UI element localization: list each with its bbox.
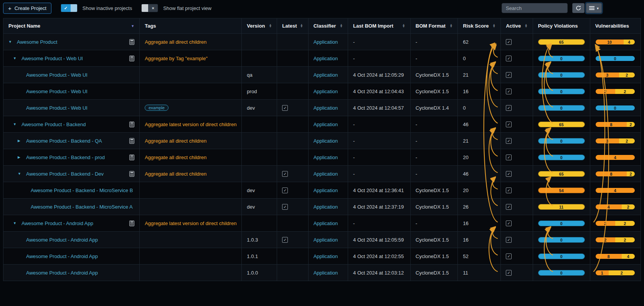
vulnerabilities-badge[interactable]: 104 <box>595 39 635 45</box>
sort-toggle-icon[interactable]: ▲▼ <box>269 24 272 28</box>
active-checkbox[interactable]: ✓ <box>506 105 512 111</box>
classifier-link[interactable]: Application <box>314 220 338 226</box>
sort-toggle-icon[interactable]: ▲▼ <box>449 24 452 28</box>
column-header-project-name[interactable]: Project Name▼ <box>3 18 140 34</box>
tag-badge[interactable]: example <box>145 105 168 111</box>
tree-caret-icon[interactable]: ▶ <box>18 139 23 143</box>
classifier-link[interactable]: Application <box>314 237 338 243</box>
active-checkbox[interactable]: ✓ <box>506 237 512 243</box>
active-checkbox[interactable]: ✓ <box>506 188 512 193</box>
refresh-button[interactable] <box>572 3 585 13</box>
policy-violations-badge[interactable]: 0 <box>538 155 585 160</box>
show-flat-toggle[interactable]: × <box>141 4 158 12</box>
vulnerabilities-badge[interactable]: 22 <box>595 220 635 226</box>
tree-caret-icon[interactable]: ▼ <box>13 56 18 60</box>
active-checkbox[interactable]: ✓ <box>506 204 512 210</box>
policy-violations-badge[interactable]: 0 <box>538 89 585 94</box>
classifier-link[interactable]: Application <box>314 138 338 144</box>
policy-violations-badge[interactable]: 0 <box>538 253 585 259</box>
vulnerabilities-badge[interactable]: 4 <box>595 188 635 193</box>
project-name-link[interactable]: Awesome Product - Android App <box>21 220 93 226</box>
column-header-last-bom-import[interactable]: Last BOM Import▲▼ <box>348 18 411 34</box>
column-header-active[interactable]: Active▲▼ <box>501 18 533 34</box>
classifier-link[interactable]: Application <box>314 171 338 177</box>
vulnerabilities-badge[interactable]: 84 <box>595 253 635 259</box>
active-checkbox[interactable]: ✓ <box>506 56 512 61</box>
vulnerabilities-badge[interactable]: 32 <box>595 72 635 78</box>
project-name-link[interactable]: Awesome Product - Web UI <box>26 89 88 94</box>
active-checkbox[interactable]: ✓ <box>506 171 512 177</box>
project-name-link[interactable]: Awesome Product - Android App <box>26 270 98 276</box>
active-checkbox[interactable]: ✓ <box>506 39 512 45</box>
vulnerabilities-badge[interactable]: 32 <box>595 138 635 144</box>
column-header-risk-score[interactable]: Risk Score▲▼ <box>458 18 501 34</box>
policy-violations-badge[interactable]: 65 <box>538 122 585 127</box>
column-header-latest[interactable]: Latest▲▼ <box>277 18 308 34</box>
project-name-link[interactable]: Awesome Product - Backend <box>21 122 86 127</box>
project-name-link[interactable]: Awesome Product - Android App <box>26 237 98 243</box>
classifier-link[interactable]: Application <box>314 56 338 61</box>
column-header-bom-format[interactable]: BOM Format▲▼ <box>410 18 458 34</box>
sort-toggle-icon[interactable]: ▲▼ <box>525 24 528 28</box>
vulnerabilities-badge[interactable]: 0 <box>595 105 635 111</box>
policy-violations-badge[interactable]: 0 <box>538 105 585 111</box>
sort-desc-icon[interactable]: ▼ <box>131 24 134 28</box>
active-checkbox[interactable]: ✓ <box>506 220 512 226</box>
latest-checkbox[interactable]: ✓ <box>282 188 288 193</box>
project-name-link[interactable]: Awesome Product <box>17 39 57 45</box>
classifier-link[interactable]: Application <box>314 188 338 193</box>
active-checkbox[interactable]: ✓ <box>506 138 512 144</box>
sort-toggle-icon[interactable]: ▲▼ <box>402 24 405 28</box>
columns-menu-button[interactable]: ▾ <box>586 3 602 13</box>
vulnerabilities-badge[interactable]: 22 <box>595 89 635 94</box>
tree-caret-icon[interactable]: ▼ <box>13 122 18 126</box>
policy-violations-badge[interactable]: 65 <box>538 39 585 45</box>
create-project-button[interactable]: + Create Project <box>3 3 51 14</box>
classifier-link[interactable]: Application <box>314 270 338 276</box>
project-name-link[interactable]: Awesome Product - Backend - Dev <box>26 171 104 177</box>
latest-checkbox[interactable]: ✓ <box>282 105 288 111</box>
active-checkbox[interactable]: ✓ <box>506 122 512 127</box>
policy-violations-badge[interactable]: 0 <box>538 220 585 226</box>
show-inactive-toggle[interactable]: ✓ <box>61 4 78 12</box>
sort-toggle-icon[interactable]: ▲▼ <box>300 24 303 28</box>
column-header-classifier[interactable]: Classifier▲▼ <box>308 18 348 34</box>
project-name-link[interactable]: Awesome Product - Web UI <box>26 72 88 78</box>
vulnerabilities-badge[interactable]: 82 <box>595 171 635 177</box>
vulnerabilities-badge[interactable]: 22 <box>595 237 635 243</box>
policy-violations-badge[interactable]: 54 <box>538 188 585 193</box>
column-header-version[interactable]: Version▲▼ <box>242 18 277 34</box>
vulnerabilities-badge[interactable]: 4 <box>595 155 635 160</box>
sort-toggle-icon[interactable]: ▲▼ <box>492 24 495 28</box>
latest-checkbox[interactable]: ✓ <box>282 204 288 210</box>
policy-violations-badge[interactable]: 0 <box>538 138 585 144</box>
classifier-link[interactable]: Application <box>314 253 338 259</box>
policy-violations-badge[interactable]: 0 <box>538 56 585 61</box>
project-name-link[interactable]: Awesome Product - Android App <box>26 253 98 259</box>
active-checkbox[interactable]: ✓ <box>506 155 512 160</box>
vulnerabilities-badge[interactable]: 82 <box>595 122 635 127</box>
project-name-link[interactable]: Awesome Product - Backend - QA <box>26 138 102 144</box>
project-name-link[interactable]: Awesome Product - Backend - prod <box>26 155 105 160</box>
policy-violations-badge[interactable]: 0 <box>538 237 585 243</box>
search-input[interactable] <box>502 3 568 13</box>
tree-caret-icon[interactable]: ▼ <box>18 172 23 176</box>
classifier-link[interactable]: Application <box>314 155 338 160</box>
vulnerabilities-badge[interactable]: 0 <box>595 56 635 61</box>
tree-caret-icon[interactable]: ▼ <box>8 40 14 44</box>
classifier-link[interactable]: Application <box>314 204 338 210</box>
active-checkbox[interactable]: ✓ <box>506 270 512 276</box>
project-name-link[interactable]: Awesome Product - Backend - MicroService… <box>31 188 133 193</box>
classifier-link[interactable]: Application <box>314 105 338 111</box>
active-checkbox[interactable]: ✓ <box>506 72 512 78</box>
sort-toggle-icon[interactable]: ▲▼ <box>340 24 343 28</box>
policy-violations-badge[interactable]: 65 <box>538 171 585 177</box>
project-name-link[interactable]: Awesome Product - Backend - MicroService… <box>31 204 133 210</box>
policy-violations-badge[interactable]: 0 <box>538 270 585 276</box>
project-name-link[interactable]: Awesome Product - Web UI <box>26 105 88 111</box>
classifier-link[interactable]: Application <box>314 39 338 45</box>
vulnerabilities-badge[interactable]: 42 <box>595 204 635 210</box>
vulnerabilities-badge[interactable]: 12 <box>595 270 635 276</box>
tree-caret-icon[interactable]: ▶ <box>18 155 23 159</box>
active-checkbox[interactable]: ✓ <box>506 253 512 259</box>
